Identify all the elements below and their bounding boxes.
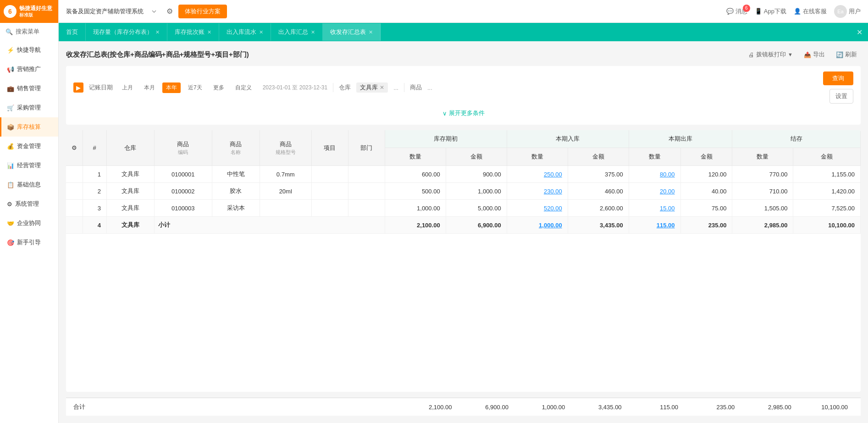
- row-goods-code: 0100001: [154, 166, 212, 183]
- row-in-qty[interactable]: 520.00: [507, 200, 568, 217]
- warehouse-tag-close[interactable]: ✕: [380, 84, 384, 91]
- dropdown-icon: [151, 8, 157, 15]
- tab-stock-dist[interactable]: 现存量（库存分布表） ✕: [86, 23, 167, 41]
- trial-btn[interactable]: 体验行业方案: [178, 5, 227, 18]
- date-btn-more[interactable]: 更多: [210, 82, 228, 93]
- row-closing-qty: 770.00: [732, 166, 793, 183]
- sidebar-item-quick-nav[interactable]: ⚡ 快捷导航: [0, 40, 58, 60]
- row-project: [311, 166, 348, 183]
- subtotal-out-amount: 235.00: [680, 217, 732, 234]
- tab-batch-close[interactable]: ✕: [207, 29, 211, 35]
- sidebar-item-operations[interactable]: 📊 经营管理: [0, 156, 58, 175]
- row-in-qty[interactable]: 230.00: [507, 183, 568, 200]
- tab-batch-label: 库存批次账: [175, 28, 205, 36]
- total-out-qty: 115.00: [627, 404, 684, 411]
- th-in-qty: 数量: [507, 148, 568, 166]
- date-btn-last-month[interactable]: 上月: [118, 82, 137, 93]
- tab-inout-summary[interactable]: 出入库汇总 ✕: [271, 23, 323, 41]
- tab-receive-summary-close[interactable]: ✕: [369, 29, 373, 35]
- system-name: 装备及固定资产辅助管理系统: [66, 7, 144, 16]
- sidebar-item-stock[interactable]: 📦 库存核算: [0, 117, 58, 137]
- tab-inout-flow[interactable]: 出入库流水 ✕: [219, 23, 271, 41]
- row-out-qty[interactable]: 20.00: [629, 183, 680, 200]
- th-out-qty: 数量: [629, 148, 680, 166]
- row-goods-name: 胶水: [212, 183, 260, 200]
- tabs-close-all[interactable]: ✕: [851, 28, 868, 37]
- row-in-qty[interactable]: 250.00: [507, 166, 568, 183]
- settings-icon[interactable]: ⚙: [166, 7, 173, 16]
- date-btn-this-month[interactable]: 本月: [140, 82, 159, 93]
- tab-inout-summary-label: 出入库汇总: [278, 28, 308, 36]
- row-closing-amount: 7,525.00: [793, 200, 861, 217]
- date-btn-7days[interactable]: 近7天: [184, 82, 206, 93]
- sidebar-item-base-info[interactable]: 📋 基础信息: [0, 175, 58, 194]
- expand-btn-label: 展开更多条件: [449, 109, 485, 117]
- subtotal-closing-amount: 10,100.00: [793, 217, 861, 234]
- app-name: 畅捷通好生意: [19, 5, 52, 12]
- total-opening-qty: 2,100.00: [401, 404, 457, 411]
- th-settings[interactable]: ⚙: [66, 130, 83, 166]
- goods-filter-dots[interactable]: ...: [427, 84, 432, 91]
- sidebar-item-system-label: 系统管理: [15, 200, 39, 208]
- sidebar-item-base-info-label: 基础信息: [17, 181, 41, 189]
- row-warehouse: 文具库: [106, 200, 154, 217]
- sidebar-item-stock-label: 库存核算: [17, 123, 41, 131]
- tab-inout-summary-close[interactable]: ✕: [311, 29, 315, 35]
- sidebar-item-system[interactable]: ⚙ 系统管理: [0, 194, 58, 214]
- print-btn[interactable]: 🖨 拨镜板打印 ▼: [745, 49, 796, 60]
- sidebar-item-guide[interactable]: 🎯 新手引导: [0, 233, 58, 252]
- tab-inout-flow-close[interactable]: ✕: [259, 29, 263, 35]
- table-settings-icon[interactable]: ⚙: [72, 144, 77, 151]
- search-icon: 🔍: [6, 28, 13, 35]
- message-btn[interactable]: 💬 消息 6: [726, 7, 747, 16]
- row-closing-amount: 1,420.00: [793, 183, 861, 200]
- message-icon: 💬: [726, 8, 734, 15]
- table-container: ⚙ # 仓库 商品编码 商品名称 商品规格型号 项目 部门 库存期初 本期入库 …: [66, 130, 861, 392]
- user-btn[interactable]: Ea 用户: [834, 5, 861, 18]
- row-goods-name: 采访本: [212, 200, 260, 217]
- app-download-btn[interactable]: 📱 App下载: [755, 7, 786, 16]
- expand-conditions-btn[interactable]: ∨ 展开更多条件: [442, 109, 485, 117]
- query-btn[interactable]: 查询: [823, 71, 853, 85]
- expand-row: ∨ 展开更多条件: [73, 107, 853, 119]
- th-closing-qty: 数量: [732, 148, 793, 166]
- sidebar-item-search[interactable]: 🔍 搜索菜单: [0, 23, 58, 40]
- user-label: 用户: [849, 7, 861, 16]
- total-closing-qty: 2,985.00: [740, 404, 796, 411]
- export-btn[interactable]: 📤 导出: [800, 49, 829, 60]
- row-goods-code: 0100002: [154, 183, 212, 200]
- th-goods-name: 商品名称: [212, 130, 260, 166]
- sidebar-item-purchase-label: 采购管理: [17, 104, 41, 112]
- tab-stock-dist-close[interactable]: ✕: [155, 29, 160, 35]
- total-opening-amount: 6,900.00: [458, 404, 514, 411]
- sidebar-item-finance[interactable]: 💰 资金管理: [0, 137, 58, 156]
- online-service-btn[interactable]: 👤 在线客服: [794, 7, 827, 16]
- main-area: 装备及固定资产辅助管理系统 ⚙ 体验行业方案 💬 消息 6 📱 App下载 👤 …: [59, 0, 868, 423]
- base-info-icon: 📋: [7, 181, 14, 188]
- row-goods-spec: [260, 200, 311, 217]
- th-goods-spec: 商品规格型号: [260, 130, 311, 166]
- row-opening-amount: 1,000.00: [446, 183, 507, 200]
- sidebar-item-purchase[interactable]: 🛒 采购管理: [0, 98, 58, 117]
- warehouse-filter-label: 仓库: [339, 83, 351, 92]
- row-out-amount: 75.00: [680, 200, 732, 217]
- row-settings: [66, 166, 83, 183]
- date-btn-custom[interactable]: 自定义: [232, 82, 255, 93]
- tab-batch[interactable]: 库存批次账 ✕: [167, 23, 219, 41]
- tab-receive-summary[interactable]: 收发存汇总表 ✕: [323, 23, 381, 41]
- settings-btn[interactable]: 设置: [829, 89, 853, 104]
- th-opening-qty: 数量: [385, 148, 446, 166]
- sidebar-item-sales[interactable]: 💼 销售管理: [0, 79, 58, 98]
- total-in-qty: 1,000.00: [514, 404, 570, 411]
- finance-icon: 💰: [7, 143, 14, 150]
- tab-home[interactable]: 首页: [59, 23, 86, 41]
- refresh-btn[interactable]: 🔄 刷新: [832, 49, 861, 60]
- row-out-amount: 40.00: [680, 183, 732, 200]
- row-out-qty[interactable]: 15.00: [629, 200, 680, 217]
- warehouse-filter-dots[interactable]: ...: [393, 84, 398, 91]
- sidebar-item-enterprise[interactable]: 🤝 企业协同: [0, 214, 58, 233]
- row-out-qty[interactable]: 80.00: [629, 166, 680, 183]
- date-btn-this-year[interactable]: 本年: [162, 82, 181, 93]
- sidebar-item-marketing[interactable]: 📢 营销推广: [0, 60, 58, 79]
- filter-toggle-btn[interactable]: ▶: [73, 82, 83, 93]
